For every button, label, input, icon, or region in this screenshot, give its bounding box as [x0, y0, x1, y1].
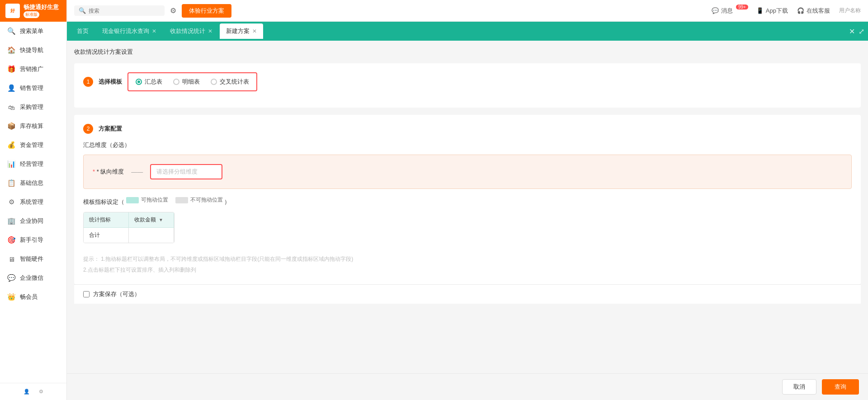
sidebar-item-label: 新手引导 [20, 236, 43, 244]
bottom-bar: 取消 查询 [67, 373, 868, 400]
sidebar-item-finance[interactable]: 💰 资金管理 [0, 136, 66, 155]
tab-receipt[interactable]: 收款情况统计 ✕ [164, 24, 219, 39]
tab-home-label: 首页 [77, 27, 89, 35]
stat-label-cell: 统计指标 [84, 212, 129, 228]
operations-icon: 📊 [7, 160, 15, 168]
sidebar-item-wechat[interactable]: 💬 企业微信 [0, 268, 66, 287]
main-area: 🔍 ⚙ 体验行业方案 💬 消息 99+ 📱 App下载 🎧 在线客服 用户名称 … [67, 0, 868, 400]
option-cross[interactable]: 交叉统计表 [211, 78, 249, 86]
close-window-icon[interactable]: ✕ [849, 27, 855, 36]
sidebar-item-label: 畅会员 [20, 293, 38, 301]
sidebar-item-label: 企业微信 [20, 274, 43, 282]
drag-box [126, 197, 139, 203]
sidebar-bottom-user[interactable]: 👤 [24, 389, 30, 395]
sidebar-item-hardware[interactable]: 🖥 智能硬件 [0, 249, 66, 268]
tab-new-plan[interactable]: 新建方案 ✕ [220, 24, 263, 39]
radio-cross[interactable] [211, 79, 217, 85]
industry-btn[interactable]: 体验行业方案 [182, 4, 231, 18]
service-label: 在线客服 [807, 7, 830, 15]
tab-home[interactable]: 首页 [71, 24, 95, 39]
maximize-icon[interactable]: ⤢ [859, 27, 864, 36]
sidebar-item-label: 销售管理 [20, 84, 43, 92]
tabs-right: ✕ ⤢ [849, 27, 864, 36]
radio-detail[interactable] [173, 79, 179, 85]
message-icon: 💬 [712, 7, 719, 14]
table-header-row: 统计指标 收款金额 ▼ [84, 212, 174, 228]
notification-label: 消息 [721, 7, 733, 15]
notification-item[interactable]: 💬 消息 99+ [712, 7, 747, 15]
purchase-icon: 🛍 [7, 103, 15, 111]
cancel-button[interactable]: 取消 [782, 379, 816, 395]
dimension-row: * * 纵向维度 —— 请选择分组维度 [93, 164, 842, 179]
logo-icon: 好 [5, 4, 20, 18]
dimension-title: 汇总维度（必选） [83, 141, 852, 149]
logo-badge: 标准版 [24, 11, 39, 18]
sidebar-item-member[interactable]: 👑 畅会员 [0, 287, 66, 306]
sidebar-item-purchase[interactable]: 🛍 采购管理 [0, 98, 66, 117]
table-preview: 统计指标 收款金额 ▼ 合计 [83, 212, 175, 243]
save-label: 方案保存（可选） [93, 290, 140, 298]
query-button[interactable]: 查询 [822, 379, 859, 395]
sidebar-item-basic[interactable]: 📋 基础信息 [0, 174, 66, 193]
logo-text: 畅捷通好生意 [24, 4, 59, 11]
topbar: 🔍 ⚙ 体验行业方案 💬 消息 99+ 📱 App下载 🎧 在线客服 用户名称 [67, 0, 868, 22]
option-detail[interactable]: 明细表 [173, 78, 200, 86]
option-detail-label: 明细表 [182, 78, 200, 86]
amount-header-cell[interactable]: 收款金额 ▼ [129, 212, 174, 228]
sidebar-item-label: 系统管理 [20, 198, 43, 206]
download-label: App下载 [766, 7, 788, 15]
search-input[interactable] [89, 8, 152, 14]
guide-icon: 🎯 [7, 236, 15, 244]
sidebar-item-label: 营销推广 [20, 65, 43, 73]
sidebar-item-operations[interactable]: 📊 经营管理 [0, 155, 66, 174]
metrics-legend: 可拖动位置 不可拖动位置 [126, 196, 223, 204]
service-item[interactable]: 🎧 在线客服 [797, 7, 830, 15]
tab-bank[interactable]: 现金银行流水查询 ✕ [96, 24, 163, 39]
sidebar-item-marketing[interactable]: 🎁 营销推广 [0, 60, 66, 79]
system-icon: ⚙ [7, 198, 15, 206]
total-value-cell [129, 228, 174, 243]
sidebar-item-quick-nav[interactable]: 🏠 快捷导航 [0, 41, 66, 60]
save-checkbox[interactable] [83, 291, 90, 297]
tab-bank-close[interactable]: ✕ [152, 28, 156, 34]
hint-2: 2.点击标题栏下拉可设置排序、插入列和删除列 [83, 264, 852, 275]
step2-row: 2 方案配置 [83, 124, 852, 134]
dimension-selector[interactable]: 请选择分组维度 [150, 164, 222, 179]
required-star: * [93, 168, 95, 175]
radio-summary[interactable] [136, 79, 142, 85]
page-content: 收款情况统计方案设置 1 选择模板 汇总表 明细表 交 [67, 41, 868, 373]
download-item[interactable]: 📱 App下载 [756, 7, 788, 15]
nodrag-box [175, 197, 188, 203]
step1-row: 1 选择模板 汇总表 明细表 交叉统计表 [83, 72, 852, 91]
topbar-search-box[interactable]: 🔍 [74, 5, 165, 16]
sidebar-menu: 🔍 搜索菜单 🏠 快捷导航 🎁 营销推广 👤 销售管理 🛍 采购管理 📦 库存核… [0, 22, 66, 383]
total-label-cell: 合计 [84, 228, 129, 243]
sales-icon: 👤 [7, 84, 15, 92]
table-data-row: 合计 [84, 228, 174, 243]
sidebar-item-label: 库存核算 [20, 122, 43, 130]
sidebar-item-guide[interactable]: 🎯 新手引导 [0, 231, 66, 249]
download-icon: 📱 [756, 7, 764, 14]
option-summary[interactable]: 汇总表 [136, 78, 162, 86]
tab-bank-label: 现金银行流水查询 [102, 27, 149, 35]
notification-badge: 99+ [736, 5, 748, 9]
step2-label: 方案配置 [99, 125, 122, 133]
sidebar-bottom-settings[interactable]: ⚙ [39, 389, 43, 395]
sidebar-item-search-menu[interactable]: 🔍 搜索菜单 [0, 22, 66, 41]
sidebar-item-sales[interactable]: 👤 销售管理 [0, 79, 66, 98]
legend-drag: 可拖动位置 [126, 196, 168, 204]
username: 用户名称 [839, 7, 861, 14]
legend-nodrag: 不可拖动位置 [175, 196, 223, 204]
hint-1: 提示： 1.拖动标题栏可以调整布局，不可跨维度或指标区域拖动栏目字段(只能在同一… [83, 254, 852, 264]
sidebar-item-enterprise[interactable]: 🏢 企业协同 [0, 212, 66, 231]
tab-new-plan-close[interactable]: ✕ [252, 28, 257, 34]
gear-icon[interactable]: ⚙ [170, 6, 176, 15]
save-row: 方案保存（可选） [74, 284, 861, 304]
step1-label: 选择模板 [99, 78, 122, 86]
vertical-dim-label: * * 纵向维度 [93, 168, 124, 176]
tab-receipt-label: 收款情况统计 [170, 27, 205, 35]
sidebar-item-inventory[interactable]: 📦 库存核算 [0, 117, 66, 136]
tab-receipt-close[interactable]: ✕ [208, 28, 212, 34]
metrics-title: 模板指标设定（ 可拖动位置 不可拖动位置 ） [83, 196, 852, 208]
sidebar-item-system[interactable]: ⚙ 系统管理 [0, 193, 66, 212]
